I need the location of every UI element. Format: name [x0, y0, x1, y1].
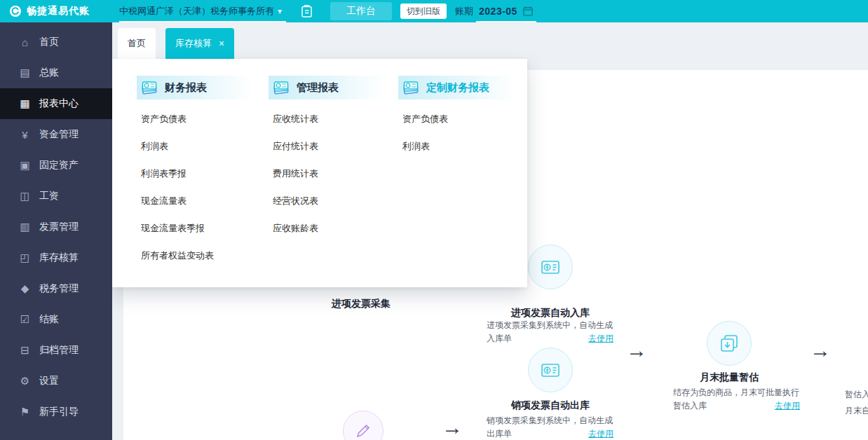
- report-stack-icon: [140, 78, 158, 97]
- use-link[interactable]: 去使用: [588, 332, 613, 345]
- step-circle-auto-in: [528, 245, 573, 289]
- tab-label: 首页: [128, 37, 146, 50]
- use-link[interactable]: 去使用: [588, 427, 613, 440]
- sidebar-item-label: 结账: [39, 313, 59, 326]
- flow-arrow-icon: →: [810, 338, 831, 362]
- sidebar-item-archive[interactable]: ⊟ 归档管理: [0, 335, 112, 366]
- logo-icon: [9, 5, 22, 18]
- menu-item-receivable-stats[interactable]: 应收统计表: [273, 105, 385, 132]
- salary-icon: ◫: [19, 190, 31, 202]
- sidebar-item-label: 税务管理: [39, 282, 79, 295]
- sidebar-item-label: 库存核算: [39, 252, 79, 264]
- step-title-estimate: 月末批量暂估: [671, 371, 787, 384]
- step-desc-auto-out: 销项发票采集到系统中，自动生成出库单 去使用: [487, 414, 613, 440]
- archive-icon: ⊟: [19, 344, 31, 357]
- home-icon: ⌂: [19, 36, 31, 48]
- receipt-icon: ▥: [19, 221, 31, 233]
- period-label: 账期: [455, 5, 473, 18]
- sidebar-item-label: 设置: [39, 375, 59, 387]
- sidebar-item-home[interactable]: ⌂ 首页: [0, 27, 112, 57]
- sidebar-item-label: 首页: [39, 36, 59, 48]
- tax-icon: ◆: [19, 282, 31, 295]
- menu-item-custom-income-statement[interactable]: 利润表: [402, 132, 515, 160]
- menu-item-operating-status[interactable]: 经营状况表: [273, 187, 385, 214]
- invoice-icon: [539, 256, 562, 278]
- menu-section-financial-reports: 财务报表 资产负债表 利润表 利润表季报 现金流量表 现金流量表季报 所有者权益…: [137, 76, 253, 269]
- section-title: 定制财务报表: [426, 81, 489, 95]
- close-icon[interactable]: ×: [219, 38, 224, 49]
- calendar-icon[interactable]: [522, 6, 534, 17]
- section-title: 管理报表: [297, 81, 339, 95]
- chart-icon: ▦: [19, 97, 31, 110]
- menu-section-custom-financial-reports: 定制财务报表 资产负债表 利润表: [398, 76, 515, 160]
- flag-icon: ⚑: [19, 406, 31, 418]
- switch-old-version-button[interactable]: 切到旧版: [400, 4, 447, 19]
- sidebar-item-label: 固定资产: [39, 159, 79, 172]
- gear-icon: ⚙: [19, 375, 31, 387]
- step-title-collect-in: 进项发票采集: [305, 298, 417, 310]
- step-title-auto-out: 销项发票自动出库: [494, 399, 607, 412]
- batch-estimate-icon: [718, 332, 740, 355]
- sidebar-item-label: 工资: [39, 190, 59, 202]
- use-link[interactable]: 去使用: [775, 399, 800, 413]
- sidebar-item-fixed-assets[interactable]: ▣ 固定资产: [0, 150, 112, 181]
- flow-arrow-icon: →: [626, 338, 647, 362]
- sidebar-item-settings[interactable]: ⚙ 设置: [0, 366, 112, 397]
- sidebar-item-label: 总账: [39, 67, 59, 79]
- menu-item-balance-sheet[interactable]: 资产负债表: [141, 105, 253, 132]
- menu-item-income-statement-quarterly[interactable]: 利润表季报: [141, 160, 253, 187]
- report-stack-icon: [272, 78, 290, 97]
- sidebar-item-funds[interactable]: ¥ 资金管理: [0, 119, 112, 150]
- money-icon: ¥: [19, 129, 31, 141]
- flow-arrow-icon: →: [442, 415, 463, 439]
- sidebar: ⌂ 首页 ▤ 总账 ▦ 报表中心 ¥ 资金管理 ▣ 固定资产 ◫ 工资 ▥ 发票…: [0, 22, 112, 440]
- report-stack-icon: [402, 78, 420, 97]
- section-header: 财务报表: [137, 76, 253, 99]
- sidebar-item-inventory[interactable]: ◰ 库存核算: [0, 242, 112, 273]
- sidebar-item-label: 发票管理: [39, 221, 79, 233]
- menu-item-receivable-aging[interactable]: 应收账龄表: [273, 214, 385, 242]
- step-title-auto-in: 进项发票自动入库: [494, 307, 607, 319]
- sidebar-item-general-ledger[interactable]: ▤ 总账: [0, 57, 112, 88]
- sidebar-item-invoice[interactable]: ▥ 发票管理: [0, 212, 112, 242]
- tab-home[interactable]: 首页: [118, 28, 156, 59]
- menu-item-cash-flow-quarterly[interactable]: 现金流量表季报: [141, 214, 253, 242]
- menu-item-equity-change-statement[interactable]: 所有者权益变动表: [141, 242, 253, 269]
- menu-item-income-statement[interactable]: 利润表: [141, 132, 253, 160]
- sidebar-item-tax[interactable]: ◆ 税务管理: [0, 273, 112, 304]
- clipboard-icon[interactable]: [300, 4, 313, 19]
- company-selector[interactable]: 中税网通广泽（天津）税务师事务所有... ▾: [119, 1, 286, 22]
- step-circle-auto-out: [528, 348, 573, 392]
- sidebar-item-closing[interactable]: ☑ 结账: [0, 304, 112, 335]
- tab-bar: 首页 库存核算 ×: [112, 28, 234, 59]
- step-desc-auto-in: 进项发票采集到系统中，自动生成入库单 去使用: [487, 319, 613, 345]
- box-icon: ◰: [19, 252, 31, 264]
- pencil-icon: [354, 422, 372, 440]
- sidebar-item-report-center[interactable]: ▦ 报表中心: [0, 88, 112, 119]
- menu-item-expense-stats[interactable]: 费用统计表: [273, 160, 385, 187]
- topbar: 畅捷通易代账 中税网通广泽（天津）税务师事务所有... ▾ 工作台 切到旧版 账…: [0, 0, 868, 22]
- tab-label: 库存核算: [175, 37, 212, 50]
- menu-item-custom-balance-sheet[interactable]: 资产负债表: [402, 105, 515, 132]
- sidebar-item-label: 新手引导: [39, 406, 79, 418]
- section-title: 财务报表: [165, 81, 207, 95]
- step-desc-partial: 暂估入库的商品 月末自动回冲: [845, 387, 868, 419]
- step-desc-estimate: 结存为负的商品，月末可批量执行暂估入库 去使用: [673, 386, 800, 413]
- company-name: 中税网通广泽（天津）税务师事务所有...: [119, 5, 273, 18]
- app-logo: 畅捷通易代账: [0, 5, 112, 18]
- period-picker[interactable]: 2023-05: [476, 1, 536, 22]
- section-header: 定制财务报表: [398, 76, 515, 99]
- sidebar-item-salary[interactable]: ◫ 工资: [0, 181, 112, 212]
- chevron-down-icon: ▾: [278, 6, 282, 16]
- menu-item-payable-stats[interactable]: 应付统计表: [273, 132, 385, 160]
- workbench-button[interactable]: 工作台: [330, 2, 392, 20]
- sidebar-item-label: 资金管理: [39, 128, 79, 141]
- period-value[interactable]: 2023-05: [479, 6, 517, 17]
- report-center-menu: 财务报表 资产负债表 利润表 利润表季报 现金流量表 现金流量表季报 所有者权益…: [112, 59, 527, 287]
- sidebar-item-label: 归档管理: [39, 344, 79, 357]
- sidebar-item-guide[interactable]: ⚑ 新手引导: [0, 397, 112, 427]
- tab-inventory[interactable]: 库存核算 ×: [165, 28, 234, 59]
- menu-item-cash-flow-statement[interactable]: 现金流量表: [141, 187, 253, 214]
- menu-section-management-reports: 管理报表 应收统计表 应付统计表 费用统计表 经营状况表 应收账龄表: [269, 76, 385, 242]
- check-doc-icon: ☑: [19, 313, 31, 326]
